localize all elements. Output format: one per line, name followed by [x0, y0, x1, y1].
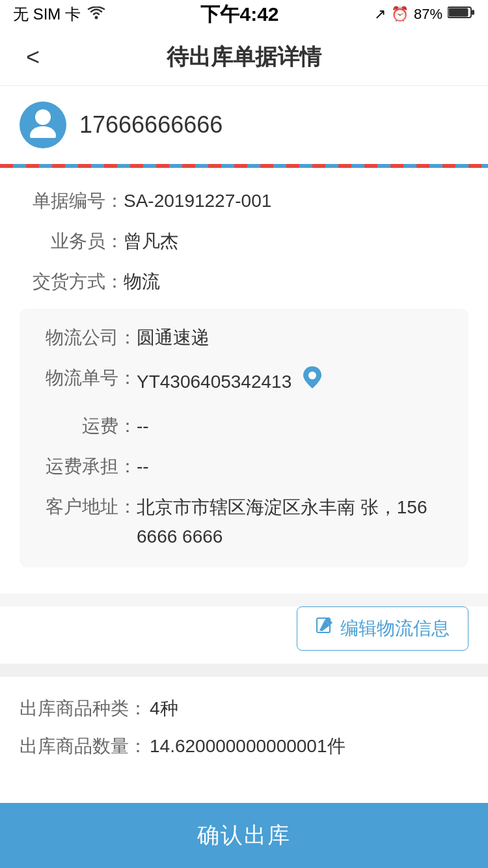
svg-rect-3 — [472, 10, 474, 15]
product-section: 出库商品种类： 4种 出库商品数量： 14.620000000000001件 — [0, 677, 488, 791]
svg-point-0 — [95, 16, 98, 20]
carrier-label: 无 SIM 卡 — [13, 4, 81, 25]
delivery-method-row: 交货方式： 物流 — [20, 268, 468, 295]
status-time: 下午4:42 — [200, 1, 278, 28]
svg-rect-2 — [448, 8, 468, 17]
document-number-label: 单据编号： — [20, 187, 124, 215]
logistics-card: 物流公司： 圆通速递 物流单号： YT4306405342413 运费： — [20, 308, 468, 567]
freight-label: 运费： — [33, 413, 137, 440]
svg-point-6 — [308, 372, 316, 379]
document-number-value: SA-20191227-001 — [124, 187, 468, 215]
location-status-icon: ↗ — [374, 6, 386, 23]
edit-btn-container: 编辑物流信息 — [0, 606, 488, 664]
product-quantity-value: 14.620000000000001件 — [150, 734, 346, 759]
product-type-value: 4种 — [150, 696, 178, 721]
tracking-number-label: 物流单号： — [33, 364, 137, 392]
alarm-icon: ⏰ — [391, 6, 409, 23]
confirm-button[interactable]: 确认出库 — [0, 803, 488, 868]
status-right: ↗ ⏰ 87% — [374, 6, 475, 23]
logistics-company-label: 物流公司： — [33, 324, 137, 351]
tracking-number-container: YT4306405342413 — [137, 364, 455, 400]
freight-row: 运费： -- — [33, 413, 455, 440]
freight-value: -- — [137, 413, 455, 440]
document-number-row: 单据编号： SA-20191227-001 — [20, 187, 468, 215]
freight-bearer-row: 运费承担： -- — [33, 453, 455, 480]
freight-bearer-label: 运费承担： — [33, 453, 137, 480]
logistics-company-row: 物流公司： 圆通速递 — [33, 324, 455, 351]
section-separator — [0, 664, 488, 677]
tracking-number-row: 物流单号： YT4306405342413 — [33, 364, 455, 400]
order-info-section: 单据编号： SA-20191227-001 业务员： 曾凡杰 交货方式： 物流 … — [0, 168, 488, 593]
battery-icon — [448, 6, 475, 23]
edit-logistics-button[interactable]: 编辑物流信息 — [297, 606, 468, 651]
phone-number: 17666666666 — [79, 111, 223, 139]
edit-icon — [316, 617, 334, 640]
product-quantity-row: 出库商品数量： 14.620000000000001件 — [20, 734, 468, 759]
customer-address-value: 北京市市辖区海淀区永丰南 张，156 6666 6666 — [137, 493, 455, 552]
edit-logistics-label: 编辑物流信息 — [340, 616, 450, 641]
status-left: 无 SIM 卡 — [13, 4, 105, 25]
product-quantity-label: 出库商品数量： — [20, 734, 150, 759]
sales-person-row: 业务员： 曾凡杰 — [20, 228, 468, 255]
avatar-icon — [29, 107, 57, 144]
bottom-bar: 确认出库 — [0, 803, 488, 868]
delivery-method-label: 交货方式： — [20, 268, 124, 295]
battery-label: 87% — [414, 6, 442, 23]
customer-address-label: 客户地址： — [33, 493, 137, 521]
freight-bearer-value: -- — [137, 453, 455, 480]
tracking-number-value: YT4306405342413 — [137, 368, 291, 396]
sales-person-label: 业务员： — [20, 228, 124, 255]
sales-person-value: 曾凡杰 — [124, 228, 468, 255]
status-bar: 无 SIM 卡 下午4:42 ↗ ⏰ 87% — [0, 0, 488, 29]
nav-bar: < 待出库单据详情 — [0, 29, 488, 86]
delivery-method-value: 物流 — [124, 268, 468, 295]
page-title: 待出库单据详情 — [167, 42, 321, 72]
logistics-company-value: 圆通速递 — [137, 324, 455, 351]
svg-point-4 — [35, 109, 51, 125]
wifi-icon — [87, 5, 105, 23]
svg-point-5 — [30, 126, 56, 138]
product-type-label: 出库商品种类： — [20, 696, 150, 721]
product-type-row: 出库商品种类： 4种 — [20, 696, 468, 721]
back-button[interactable]: < — [20, 37, 46, 77]
customer-address-row: 客户地址： 北京市市辖区海淀区永丰南 张，156 6666 6666 — [33, 493, 455, 552]
tracking-location-icon[interactable] — [302, 364, 323, 400]
avatar — [20, 102, 66, 148]
phone-section: 17666666666 — [0, 86, 488, 164]
